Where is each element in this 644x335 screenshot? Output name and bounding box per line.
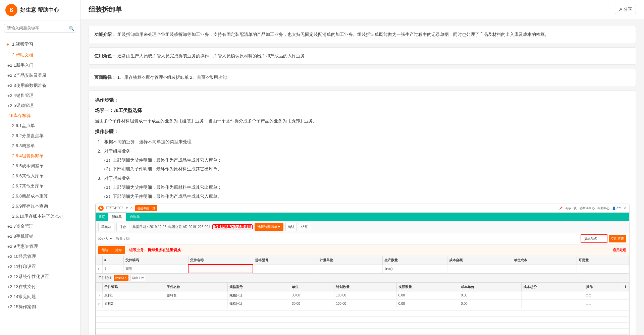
fake-save-btn: 保存 [116, 223, 129, 231]
plus-icon-211: + [7, 264, 10, 269]
sidebar-item-cost-adj[interactable]: 2.6.5成本调整单 [0, 161, 80, 171]
lower-table-row-7 [96, 329, 629, 335]
lower-cell-spec-2: 规格(+1) [227, 300, 290, 308]
fake-save-draft: 草稿箱 [98, 223, 114, 231]
col-parent-name: 父件名称 [188, 256, 253, 265]
feature-intro-label: 功能介绍： [94, 32, 116, 37]
plus-icon-23: + [7, 83, 10, 88]
lower-col-actual: 实际数量 [396, 283, 459, 291]
table-row: ○ 1 商品 1(≤∞) [96, 265, 629, 273]
search-bar: 🔍 [0, 20, 80, 36]
sidebar-item-dataprep[interactable]: + 2.3使用前数据准备 [0, 80, 80, 91]
sidebar-item-transfer[interactable]: 2.6.3调拨单 [0, 141, 80, 151]
lower-cell-code-1: 原料1 [103, 291, 165, 300]
col-available: 可用量 [577, 256, 629, 265]
logo-bar: 6 好生意 帮助中心 [0, 0, 80, 20]
sidebar-item-partial-stocktake[interactable]: 2.6.2分量盘点单 [0, 131, 80, 141]
lower-col-ops: 操作 [584, 283, 622, 291]
sidebar-item-other-in[interactable]: 2.6.6其他入库单 [0, 171, 80, 181]
lower-cell-name-1: 原料名 [165, 291, 227, 300]
share-button[interactable]: ↗ 分享 [615, 5, 636, 14]
breadcrumb-block: 页面路径： 1、库存核算->库存管理->组装拆卸单 2、首页->常用功能 [89, 69, 636, 86]
sidebar-item-video[interactable]: + 1.视频学习 [0, 39, 80, 50]
col-select [96, 256, 103, 265]
cell-check: ○ [96, 265, 103, 273]
sidebar-item-other-out[interactable]: 2.6.7其他出库单 [0, 181, 80, 191]
nav-tree: + 1.视频学习 − 2.帮助文档 + 2.1新手入门 + 2.2产品安装及登录 [0, 36, 80, 335]
fake-logo-icon: 6 [98, 206, 104, 211]
plus-icon-215: + [7, 304, 10, 310]
plus-icon-28: + [7, 234, 10, 239]
role-intro-label: 使用角色： [94, 53, 116, 58]
cell-cost-1 [447, 265, 512, 273]
fake-assemble-btn: 组装 [98, 246, 112, 254]
lower-cell-cost-1: 0.00 [459, 291, 522, 300]
fake-lower-table-header: 子件明细 批量导入 导出子件 [96, 273, 629, 283]
scene1-label: 场景一：加工类型选择 [95, 106, 630, 115]
col-unit: 计量单位 [318, 256, 382, 265]
lower-col-expand: ⬆ [622, 283, 629, 291]
sidebar-item-docs[interactable]: − 2.帮助文档 [0, 50, 80, 60]
cell-parent-name-1 [188, 265, 253, 273]
plus-icon-21: + [7, 63, 10, 68]
sidebar-item-ledger-query[interactable]: 2.6.9库存账本查询 [0, 201, 80, 211]
lower-cell-total-2 [522, 300, 584, 308]
plus-icon-212: + [7, 274, 10, 279]
lower-cell-ops-1: □ □ [584, 291, 622, 300]
lower-table-row-5 [96, 317, 629, 323]
sidebar-item-cost-recalc[interactable]: 2.6.8商品成本重算 [0, 191, 80, 201]
fake-topbar-right: 📌 App下载 ⑥帮助中心 帮助中心 👤 CC ✕ [559, 206, 626, 211]
sidebar-item-finance[interactable]: + 2.7资金管理 [0, 221, 80, 231]
sidebar-item-customize[interactable]: + 2.12系统个性化设置 [0, 272, 80, 282]
lower-table-row-6 [96, 323, 629, 329]
plus-icon-213: + [7, 284, 10, 289]
cell-spec-1 [253, 265, 318, 273]
share-label: 分享 [624, 6, 632, 12]
fake-topbar-left: 6 TEST-H002 ▼ ⟳ 创建单据一览 [98, 205, 157, 211]
lower-empty-6 [96, 323, 629, 329]
lower-cell-name-2 [165, 300, 227, 308]
fake-app-name: TEST-H002 [106, 205, 123, 211]
lower-cell-ops-2: □ □ [584, 300, 622, 308]
sidebar-item-payment[interactable]: + 2.13在线支付 [0, 282, 80, 292]
fake-dropdown: ▼ [125, 205, 128, 211]
sidebar-item-install[interactable]: + 2.2产品安装及登录 [0, 70, 80, 80]
lower-col-total: 成本总价 [522, 283, 584, 291]
sidebar-item-stocktake[interactable]: 2.6.1盘点单 [0, 121, 80, 131]
breadcrumb-label: 页面路径： [94, 75, 116, 80]
scene1-desc: 当由多个子件材料组装成一个成品的业务为【组装】业务，当由一个父件拆分成多个子产品… [95, 117, 630, 125]
fake-type-toggle-area: 组装 拆卸 组装业务、拆卸业务在这里切换 启用处理 [96, 245, 629, 256]
fake-doc-date: 单据日期：2019-12-26 [132, 224, 166, 230]
search-input[interactable] [4, 24, 76, 33]
fake-export-btn: 导出子件 [130, 275, 146, 281]
sidebar-item-newcomer[interactable]: + 2.1新手入门 [0, 60, 80, 70]
sidebar-item-inventory[interactable]: 2.6库存核算 [0, 111, 80, 121]
sidebar-item-sales[interactable]: + 2.4销售管理 [0, 91, 80, 101]
header-bar: 组装拆卸单 ↗ 分享 [80, 0, 644, 19]
sidebar-item-ops[interactable]: + 2.10经营管理 [0, 252, 80, 262]
annotation-container-1: 有装配清单的在这里处理 [212, 224, 253, 230]
sidebar-item-assembly[interactable]: 2.6.4组装拆卸单 [0, 151, 80, 161]
cell-unit-cost-1 [512, 265, 577, 273]
feature-intro-text: 组装拆卸单用来处理企业组装或拆卸等加工业务，支持有固定装配清单的产品加工业务，也… [117, 32, 549, 37]
col-cost: 成本金额 [447, 256, 512, 265]
lower-cell-total-1 [522, 291, 584, 300]
search-icon[interactable]: 🔍 [69, 26, 74, 31]
sidebar-item-cases[interactable]: + 2.15操作案例 [0, 302, 80, 312]
sidebar-item-ledger-fix[interactable]: 2.6.10库存账本错了怎么办 [0, 211, 80, 221]
sidebar-item-purchase[interactable]: + 2.5采购管理 [0, 101, 80, 111]
lower-col-child-code: 子件编码 [103, 283, 165, 291]
content-area: 功能介绍： 组装拆卸单用来处理企业组装或拆卸等加工业务，支持有固定装配清单的产品… [80, 19, 644, 335]
sidebar-item-print[interactable]: + 2.11打印设置 [0, 262, 80, 272]
sidebar-item-faq[interactable]: + 2.14常见问题 [0, 292, 80, 302]
plus-icon-210: + [7, 254, 10, 259]
fake-active-tab: 新建单 [108, 213, 126, 221]
lower-empty-7 [96, 329, 629, 335]
plus-icon-24: + [7, 93, 10, 98]
fake-qty-label: 数量：/元 [116, 236, 130, 242]
sidebar-item-coupon[interactable]: + 2.9优惠券管理 [0, 241, 80, 252]
annotation-text-2: 组装业务、拆卸业务在这里切换 [129, 247, 181, 254]
sidebar-item-mobile[interactable]: + 2.8手机旺铺 [0, 231, 80, 241]
plus-icon-214: + [7, 294, 10, 299]
annotation-text-3: 启用处理 [613, 247, 626, 253]
